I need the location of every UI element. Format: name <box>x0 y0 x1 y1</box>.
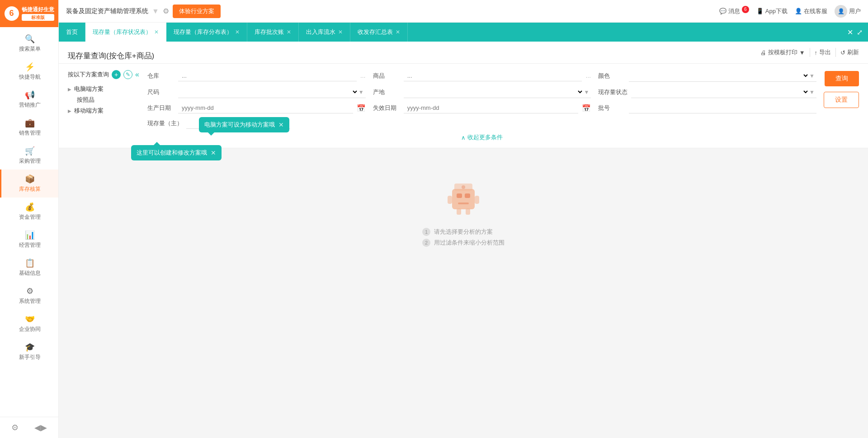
scheme-byproduct[interactable]: 按照品 <box>68 94 140 105</box>
message-btn[interactable]: 💬 消息 6 <box>719 7 749 15</box>
svg-rect-2 <box>465 193 470 198</box>
close-tab-icon[interactable]: ✕ <box>847 28 853 37</box>
sidebar-item-quicknav[interactable]: ⚡ 快捷导航 <box>0 57 58 85</box>
collapse-btn[interactable]: ∧ 收起更多条件 <box>461 133 503 141</box>
system-icon: ⚙ <box>26 286 33 296</box>
warehouse-label: 仓库 <box>147 72 175 80</box>
expire-date-calendar-icon[interactable]: 📅 <box>582 104 591 113</box>
sidebar-item-basic[interactable]: 📋 基础信息 <box>0 254 58 282</box>
sidebar-item-inventory[interactable]: 📦 库存核算 <box>0 170 58 198</box>
tab-stock-status[interactable]: 现存量（库存状况表） ✕ <box>85 23 166 42</box>
quicknav-icon: ⚡ <box>25 62 35 72</box>
sidebar-item-sales[interactable]: 💼 销售管理 <box>0 113 58 141</box>
tab-stock-dist-close[interactable]: ✕ <box>235 29 240 35</box>
scheme-mobile[interactable]: ▶ 移动端方案 <box>68 105 140 116</box>
sidebar-item-finance[interactable]: 💰 资金管理 <box>0 198 58 226</box>
svg-point-9 <box>462 185 465 189</box>
sidebar-item-purchase[interactable]: 🛒 采购管理 <box>0 141 58 170</box>
tab-home[interactable]: 首页 <box>59 23 85 42</box>
origin-label: 产地 <box>373 88 400 96</box>
batch-input[interactable] <box>629 103 816 113</box>
page-content: 现存量查询(按仓库+商品) 🖨 按模板打印 ▼ ↑ 导出 ↺ 刷新 <box>59 42 868 438</box>
top-bar-right: 💬 消息 6 📱 App下载 👤 在线客服 👤 用户 <box>719 5 861 18</box>
sidebar-item-label: 营销推广 <box>19 101 41 109</box>
basic-icon: 📋 <box>25 258 35 268</box>
print-btn[interactable]: 🖨 按模板打印 ▼ <box>760 48 805 57</box>
goods-input[interactable] <box>404 71 582 81</box>
online-support-btn[interactable]: 👤 在线客服 <box>795 7 827 15</box>
tab-stock-dist[interactable]: 现存量（库存分布表） ✕ <box>166 23 247 42</box>
settings-bottom-icon[interactable]: ⚙ <box>11 423 19 433</box>
search-btn[interactable]: 查询 <box>825 71 859 86</box>
tab-batch-close[interactable]: ✕ <box>287 29 291 35</box>
color-select[interactable] <box>629 70 809 81</box>
app-badge: 标准版 <box>22 14 54 21</box>
export-btn[interactable]: ↑ 导出 <box>815 48 831 57</box>
sidebar-item-marketing[interactable]: 📢 营销推广 <box>0 85 58 113</box>
tab-flow[interactable]: 出入库流水 ✕ <box>299 23 350 42</box>
tab-batch-label: 库存批次账 <box>255 28 284 36</box>
tab-flow-label: 出入库流水 <box>306 28 335 36</box>
prod-date-start-calendar-icon[interactable]: 📅 <box>357 104 366 113</box>
sidebar-item-management[interactable]: 📊 经营管理 <box>0 226 58 254</box>
tooltip-top-close[interactable]: ✕ <box>278 121 284 128</box>
filter-label: 按以下方案查询 + ✎ « <box>68 70 140 79</box>
size-select[interactable] <box>178 86 359 98</box>
scheme-list: ▶ 电脑端方案 按照品 ▶ 移动端方案 <box>68 84 140 116</box>
expand-tab-icon[interactable]: ⤢ <box>857 28 863 37</box>
page-header-actions: 🖨 按模板打印 ▼ ↑ 导出 ↺ 刷新 <box>760 48 859 63</box>
expire-date-label: 失效日期 <box>373 104 400 112</box>
app-name: 畅捷通好生意 <box>22 6 54 14</box>
collapse-sidebar-icon[interactable]: ◀▶ <box>34 423 47 433</box>
svg-rect-4 <box>448 196 452 204</box>
collab-icon: 🤝 <box>25 314 35 324</box>
settings-icon[interactable]: ⚙ <box>163 7 169 15</box>
tooltip-mid-close[interactable]: ✕ <box>211 149 216 156</box>
refresh-btn[interactable]: ↺ 刷新 <box>840 48 859 57</box>
export-icon: ↑ <box>815 49 818 56</box>
guide-icon: 🎓 <box>25 342 35 352</box>
tooltip-top-text: 电脑方案可设为移动方案哦 <box>204 121 275 129</box>
expire-date-input[interactable] <box>404 103 579 113</box>
message-icon: 💬 <box>719 8 726 14</box>
print-icon: 🖨 <box>760 49 766 56</box>
tab-flow-close[interactable]: ✕ <box>338 29 343 35</box>
reset-btn[interactable]: 设置 <box>824 92 859 108</box>
empty-state: 1 请先选择要分析的方案 2 用过滤条件来缩小分析范围 <box>59 148 868 274</box>
goods-label: 商品 <box>373 72 400 80</box>
industry-btn[interactable]: 体验行业方案 <box>173 5 221 18</box>
marketing-icon: 📢 <box>25 90 35 100</box>
user-label: 用户 <box>849 7 861 15</box>
goods-dots: … <box>585 73 591 79</box>
origin-select-wrapper: ▼ <box>404 86 591 98</box>
warehouse-input[interactable] <box>178 71 357 81</box>
app-download-btn[interactable]: 📱 App下载 <box>756 7 788 15</box>
warehouse-cell: 仓库 … <box>147 71 366 81</box>
sidebar-item-search[interactable]: 🔍 搜索菜单 <box>0 29 58 57</box>
tab-stock-status-close[interactable]: ✕ <box>154 29 159 35</box>
tab-summary[interactable]: 收发存汇总表 ✕ <box>350 23 408 42</box>
filter-row-3: 生产日期 📅 失效日期 📅 批号 <box>147 103 816 113</box>
goods-cell: 商品 … <box>373 71 591 81</box>
origin-select[interactable] <box>404 86 584 98</box>
tab-summary-label: 收发存汇总表 <box>358 28 393 36</box>
sidebar-item-collab[interactable]: 🤝 企业协同 <box>0 310 58 338</box>
add-scheme-btn[interactable]: + <box>112 70 121 79</box>
scheme-computer[interactable]: ▶ 电脑端方案 <box>68 84 140 94</box>
page-title: 现存量查询(按仓库+商品) <box>68 51 154 61</box>
back-scheme-btn[interactable]: « <box>135 71 139 79</box>
tab-batch[interactable]: 库存批次账 ✕ <box>247 23 299 42</box>
tab-summary-close[interactable]: ✕ <box>396 29 400 35</box>
origin-cell: 产地 ▼ <box>373 86 591 98</box>
sidebar-item-label: 库存核算 <box>19 185 41 193</box>
top-bar-left: 装备及固定资产辅助管理系统 ▼ ⚙ 体验行业方案 <box>66 5 712 18</box>
stock-status-select[interactable] <box>631 86 809 98</box>
refresh-label: 刷新 <box>847 48 859 57</box>
scheme-panel: 按以下方案查询 + ✎ « ▶ 电脑端方案 按照品 <box>68 70 140 141</box>
prod-date-start-input[interactable] <box>178 103 353 113</box>
color-select-wrapper: ▼ <box>629 70 816 82</box>
sidebar-item-guide[interactable]: 🎓 新手引导 <box>0 338 58 366</box>
sidebar-item-system[interactable]: ⚙ 系统管理 <box>0 282 58 310</box>
edit-scheme-btn[interactable]: ✎ <box>123 70 132 79</box>
user-btn[interactable]: 👤 用户 <box>835 5 861 18</box>
